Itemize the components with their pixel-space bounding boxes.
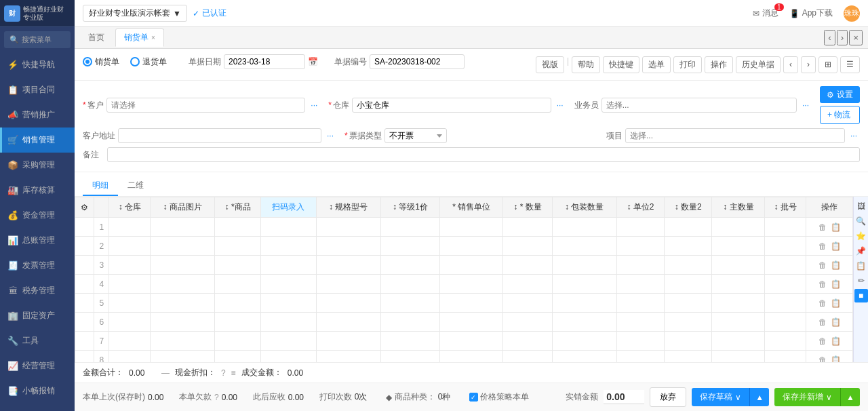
table-cell[interactable] bbox=[712, 313, 765, 332]
list-view-button[interactable]: ☰ bbox=[840, 56, 860, 73]
credit-help-icon[interactable]: ? bbox=[214, 393, 219, 402]
table-cell[interactable] bbox=[215, 275, 260, 294]
table-cell[interactable] bbox=[712, 256, 765, 275]
table-cell[interactable] bbox=[552, 313, 616, 332]
sidebar-item-inventory[interactable]: 🏭 库存核算 bbox=[0, 178, 75, 203]
table-cell[interactable] bbox=[552, 332, 616, 351]
col-spec[interactable]: ↕ 规格型号 bbox=[316, 197, 380, 218]
table-cell[interactable] bbox=[215, 313, 260, 332]
invoice-select[interactable]: 不开票 增值税普票 增值税专票 bbox=[384, 128, 447, 143]
tab-prev-button[interactable]: ‹ bbox=[824, 30, 835, 45]
save-draft-arrow-button[interactable]: ▲ bbox=[749, 388, 769, 406]
col-pack-qty[interactable]: ↕ 包装数量 bbox=[552, 197, 616, 218]
table-cell[interactable] bbox=[552, 294, 616, 313]
table-cell[interactable] bbox=[503, 313, 552, 332]
table-cell[interactable] bbox=[151, 313, 215, 332]
next-doc-button[interactable]: › bbox=[801, 56, 816, 73]
table-cell[interactable] bbox=[380, 351, 440, 363]
table-cell[interactable] bbox=[316, 218, 380, 237]
sidebar-item-project[interactable]: 📋 项目合同 bbox=[0, 77, 75, 102]
sidebar-item-report[interactable]: 📑 小畅报销 bbox=[0, 378, 75, 404]
table-cell[interactable] bbox=[151, 237, 215, 256]
col-batch[interactable]: ↕ 批号 bbox=[765, 197, 806, 218]
table-cell[interactable] bbox=[503, 237, 552, 256]
table-cell[interactable] bbox=[552, 256, 616, 275]
table-cell[interactable] bbox=[440, 294, 503, 313]
table-cell[interactable] bbox=[151, 275, 215, 294]
operation-button[interactable]: 操作 bbox=[705, 56, 733, 73]
table-cell[interactable] bbox=[215, 256, 260, 275]
table-cell[interactable] bbox=[151, 256, 215, 275]
table-cell[interactable] bbox=[503, 256, 552, 275]
table-cell[interactable] bbox=[665, 275, 712, 294]
row-copy-icon[interactable]: 📋 bbox=[831, 260, 841, 270]
table-cell[interactable] bbox=[260, 256, 316, 275]
table-cell[interactable] bbox=[215, 218, 260, 237]
address-input[interactable] bbox=[118, 128, 321, 143]
table-cell[interactable] bbox=[503, 351, 552, 363]
actual-amount-input[interactable] bbox=[604, 390, 644, 404]
table-cell[interactable] bbox=[616, 237, 664, 256]
table-cell[interactable] bbox=[151, 332, 215, 351]
calendar-icon[interactable]: 📅 bbox=[308, 57, 318, 66]
right-panel-copy-icon[interactable]: 📋 bbox=[854, 259, 868, 273]
company-selector[interactable]: 好业财专业版演示帐套 ▼ bbox=[83, 5, 187, 22]
table-cell[interactable] bbox=[215, 351, 260, 363]
discount-help-icon[interactable]: ? bbox=[221, 368, 226, 378]
row-delete-icon[interactable]: 🗑 bbox=[818, 260, 827, 270]
table-cell[interactable] bbox=[109, 237, 151, 256]
sidebar-item-tools[interactable]: 🔧 工具 bbox=[0, 328, 75, 353]
table-cell[interactable] bbox=[665, 313, 712, 332]
table-cell[interactable] bbox=[765, 256, 806, 275]
right-panel-pin-icon[interactable]: 📌 bbox=[854, 244, 868, 258]
table-cell[interactable] bbox=[109, 218, 151, 237]
table-cell[interactable] bbox=[616, 332, 664, 351]
customer-input[interactable] bbox=[106, 98, 306, 113]
tab-sales-order[interactable]: 销货单 × bbox=[115, 28, 164, 47]
radio-return-order[interactable]: 退货单 bbox=[130, 56, 167, 68]
doc-no-input[interactable] bbox=[370, 54, 465, 69]
table-cell[interactable] bbox=[616, 313, 664, 332]
table-cell[interactable] bbox=[552, 218, 616, 237]
history-button[interactable]: 历史单据 bbox=[736, 56, 781, 73]
sidebar-item-fixed-assets[interactable]: 🏢 固定资产 bbox=[0, 303, 75, 328]
table-cell[interactable] bbox=[109, 332, 151, 351]
price-policy-checkbox[interactable]: ✓ 价格策略本单 bbox=[469, 391, 529, 403]
col-sales-unit[interactable]: * 销售单位 bbox=[440, 197, 503, 218]
table-cell[interactable] bbox=[380, 275, 440, 294]
table-cell[interactable] bbox=[151, 351, 215, 363]
view-button[interactable]: 视版 bbox=[536, 56, 564, 73]
table-cell[interactable] bbox=[380, 294, 440, 313]
table-cell[interactable] bbox=[316, 294, 380, 313]
table-cell[interactable] bbox=[109, 256, 151, 275]
table-cell[interactable] bbox=[215, 332, 260, 351]
row-copy-icon[interactable]: 📋 bbox=[831, 279, 841, 289]
abandon-button[interactable]: 放弃 bbox=[650, 387, 686, 407]
select-button[interactable]: 选单 bbox=[642, 56, 671, 73]
table-cell[interactable] bbox=[665, 237, 712, 256]
sidebar-item-ops[interactable]: 📈 经营管理 bbox=[0, 353, 75, 378]
tab-detail-erwei[interactable]: 二维 bbox=[118, 176, 153, 196]
save-new-button[interactable]: 保存并新增 ∨ bbox=[774, 388, 840, 406]
table-cell[interactable] bbox=[440, 332, 503, 351]
table-cell[interactable] bbox=[316, 313, 380, 332]
col-product-img[interactable]: ↕ 商品图片 bbox=[151, 197, 215, 218]
table-cell[interactable] bbox=[765, 237, 806, 256]
salesperson-dots-icon[interactable]: ··· bbox=[800, 100, 812, 110]
row-copy-icon[interactable]: 📋 bbox=[831, 241, 841, 251]
table-cell[interactable] bbox=[151, 218, 215, 237]
sidebar-item-quick-nav[interactable]: ⚡ 快捷导航 bbox=[0, 52, 75, 77]
table-cell[interactable] bbox=[665, 332, 712, 351]
table-cell[interactable] bbox=[552, 275, 616, 294]
table-cell[interactable] bbox=[712, 275, 765, 294]
table-cell[interactable] bbox=[260, 294, 316, 313]
table-cell[interactable] bbox=[765, 275, 806, 294]
salesperson-input[interactable] bbox=[601, 98, 797, 113]
table-cell[interactable] bbox=[316, 237, 380, 256]
sidebar-item-marketing[interactable]: 📣 营销推广 bbox=[0, 102, 75, 128]
table-settings-col[interactable]: ⚙ bbox=[75, 197, 94, 218]
table-cell[interactable] bbox=[616, 351, 664, 363]
row-delete-icon[interactable]: 🗑 bbox=[818, 222, 827, 232]
row-delete-icon[interactable]: 🗑 bbox=[818, 298, 827, 308]
col-warehouse[interactable]: ↕ 仓库 bbox=[109, 197, 151, 218]
